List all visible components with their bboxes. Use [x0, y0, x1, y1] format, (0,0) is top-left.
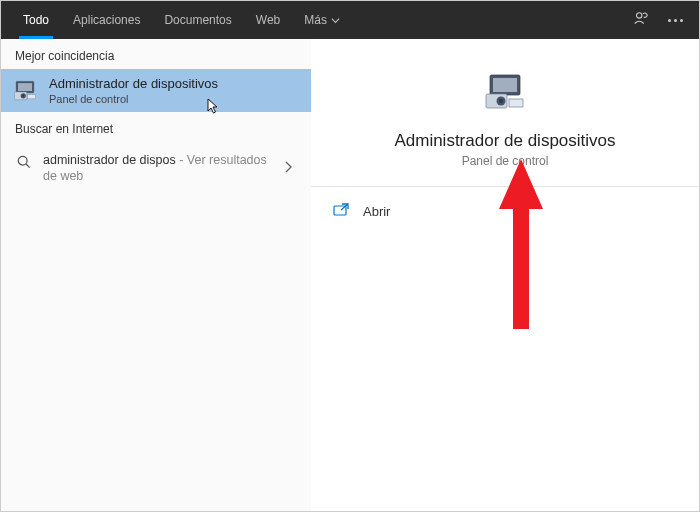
results-panel: Mejor coincidencia Administrador de disp…: [1, 39, 311, 511]
tab-label: Todo: [23, 13, 49, 27]
tab-label: Web: [256, 13, 280, 27]
best-match-header: Mejor coincidencia: [1, 39, 311, 69]
svg-rect-2: [18, 83, 32, 91]
svg-point-13: [499, 99, 503, 103]
device-manager-icon: [11, 77, 39, 105]
search-tabs-bar: Todo Aplicaciones Documentos Web Más: [1, 1, 699, 39]
tab-label: Aplicaciones: [73, 13, 140, 27]
feedback-icon[interactable]: [632, 10, 650, 31]
best-match-item[interactable]: Administrador de dispositivos Panel de c…: [1, 69, 311, 112]
tab-more[interactable]: Más: [292, 1, 352, 39]
svg-point-7: [18, 156, 27, 165]
chevron-down-icon: [331, 16, 340, 25]
svg-rect-14: [509, 99, 523, 107]
mouse-cursor-icon: [207, 98, 221, 116]
tab-docs[interactable]: Documentos: [152, 1, 243, 39]
tab-label: Más: [304, 13, 327, 27]
preview-title: Administrador de dispositivos: [394, 131, 615, 151]
tab-label: Documentos: [164, 13, 231, 27]
chevron-right-icon: [283, 160, 297, 177]
open-label: Abrir: [363, 204, 390, 219]
best-match-title: Administrador de dispositivos: [49, 76, 218, 91]
tab-todo[interactable]: Todo: [11, 1, 61, 39]
svg-rect-6: [28, 94, 36, 98]
svg-line-8: [26, 164, 30, 168]
svg-point-0: [637, 12, 642, 17]
svg-point-5: [22, 94, 24, 96]
preview-panel: Administrador de dispositivos Panel de c…: [311, 39, 699, 511]
best-match-subtitle: Panel de control: [49, 93, 218, 105]
web-query: administrador de dispos: [43, 153, 176, 167]
open-icon: [333, 203, 349, 220]
tab-apps[interactable]: Aplicaciones: [61, 1, 152, 39]
open-action[interactable]: Abrir: [333, 199, 677, 224]
web-search-header: Buscar en Internet: [1, 112, 311, 142]
web-search-item[interactable]: administrador de dispos - Ver resultados…: [1, 142, 311, 193]
device-manager-large-icon: [481, 69, 529, 117]
svg-rect-10: [493, 78, 517, 92]
preview-subtitle: Panel de control: [462, 154, 549, 168]
tab-web[interactable]: Web: [244, 1, 292, 39]
more-options-icon[interactable]: [668, 19, 683, 22]
search-icon: [15, 153, 33, 171]
